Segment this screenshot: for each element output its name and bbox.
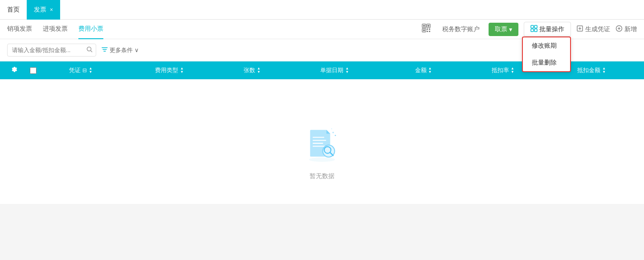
svg-point-20 [87, 47, 91, 51]
svg-rect-6 [427, 28, 428, 30]
sub-tabs-bar: 销项发票 进项发票 费用小票 [0, 20, 644, 39]
batch-op-icon [530, 25, 538, 33]
search-input-wrap [7, 44, 96, 57]
deduct-rate-sort[interactable]: ▲▼ [511, 67, 514, 74]
checkbox-col-header[interactable] [25, 67, 41, 74]
filter-button[interactable]: 更多条件 ∨ [102, 46, 139, 54]
batch-op-button[interactable]: 批量操作 [524, 22, 571, 37]
new-icon [615, 25, 623, 33]
empty-state: 暂无数据 [0, 79, 644, 204]
expense-type-col-header[interactable]: 费用类型 ▲▼ [121, 66, 218, 74]
settings-icon [11, 66, 18, 75]
svg-point-32 [331, 129, 332, 130]
search-icon[interactable] [86, 46, 93, 54]
svg-rect-11 [534, 25, 537, 28]
invoice-tab-label: 发票 [34, 6, 46, 14]
svg-rect-10 [531, 25, 534, 28]
filter-icon [102, 46, 108, 54]
svg-rect-9 [429, 31, 430, 32]
svg-rect-1 [423, 25, 425, 27]
sub-tabs-left: 销项发票 进项发票 费用小票 [7, 20, 103, 39]
tax-digital-button[interactable]: 税务数字账户 [439, 25, 483, 33]
batch-op-wrapper: 批量操作 修改账期 批量删除 [524, 22, 571, 37]
expense-type-sort[interactable]: ▲▼ [180, 67, 183, 74]
svg-point-30 [332, 132, 334, 133]
count-col-header[interactable]: 张数 ▲▼ [218, 66, 286, 74]
take-invoice-button[interactable]: 取票 ▾ [489, 23, 518, 36]
tab-expense[interactable]: 费用小票 [78, 20, 103, 39]
invoice-tab[interactable]: 发票 × [27, 0, 60, 20]
top-nav: 首页 发票 × [0, 0, 644, 20]
date-col-header[interactable]: 单据日期 ▲▼ [286, 66, 383, 74]
search-input[interactable] [7, 44, 96, 57]
voucher-icon: ⊟ [82, 67, 87, 73]
batch-delete-item[interactable]: 批量删除 [523, 54, 570, 71]
home-tab[interactable]: 首页 [0, 6, 27, 14]
settings-col-header[interactable] [4, 66, 25, 75]
batch-op-dropdown: 修改账期 批量删除 [522, 37, 571, 72]
deduct-amount-sort[interactable]: ▲▼ [602, 67, 606, 74]
qr-icon-button[interactable] [419, 22, 433, 37]
amount-col-header[interactable]: 金额 ▲▼ [383, 66, 463, 74]
new-button[interactable]: 新增 [615, 25, 637, 33]
filter-arrow-icon: ∨ [135, 47, 139, 53]
empty-text: 暂无数据 [310, 172, 334, 180]
gen-voucher-button[interactable]: 生成凭证 [576, 25, 610, 33]
svg-rect-12 [531, 29, 534, 32]
svg-rect-3 [428, 25, 429, 27]
invoice-tab-close[interactable]: × [50, 7, 53, 13]
voucher-sort[interactable]: ▲▼ [89, 67, 92, 74]
tab-sales[interactable]: 销项发票 [7, 20, 32, 39]
svg-point-31 [335, 135, 336, 136]
toolbar: 税务数字账户 取票 ▾ 批量操作 修改账期 [419, 22, 637, 37]
svg-rect-13 [534, 29, 537, 32]
select-all-checkbox[interactable] [30, 67, 37, 74]
count-sort[interactable]: ▲▼ [257, 67, 261, 74]
svg-line-21 [91, 51, 93, 53]
svg-rect-5 [423, 29, 425, 31]
empty-illustration [300, 121, 344, 165]
date-sort[interactable]: ▲▼ [345, 67, 349, 74]
svg-rect-7 [429, 28, 430, 30]
svg-point-22 [309, 158, 335, 162]
tab-input[interactable]: 进项发票 [43, 20, 68, 39]
qr-icon [421, 23, 431, 35]
amount-sort[interactable]: ▲▼ [428, 67, 432, 74]
voucher-col-header[interactable]: 凭证 ⊟ ▲▼ [41, 66, 121, 74]
gen-voucher-icon [576, 25, 583, 33]
modify-period-item[interactable]: 修改账期 [523, 37, 570, 54]
svg-rect-8 [427, 31, 428, 32]
